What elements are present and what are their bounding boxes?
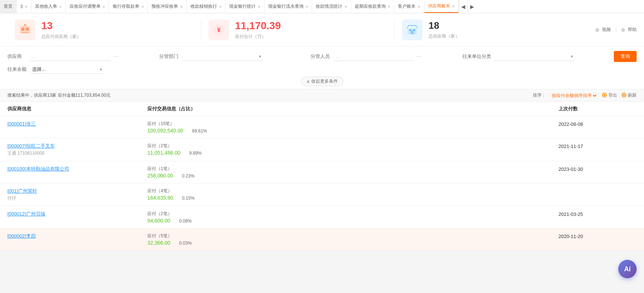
tx-amount-4[interactable]: 94,600.00 — [147, 218, 170, 224]
help-icon: ⊙ — [621, 27, 625, 32]
nav-tab-home[interactable]: 首页 — [0, 0, 17, 13]
supplier-icon — [15, 20, 35, 40]
export-button[interactable]: 导出 — [602, 92, 617, 99]
table-cell-lastpay-5: 2020-11-20 — [559, 233, 632, 239]
sort-select[interactable]: 按应付余额倒序排序 按应付余额正序排序 — [550, 93, 598, 99]
result-bar-right: 排序： 按应付余额倒序排序 按应付余额正序排序 导出 刷新 — [533, 92, 637, 99]
supplier-link-5[interactable]: [000002]李四 — [7, 233, 147, 239]
person-filter-input[interactable] — [333, 52, 414, 61]
summary-card-total-suppliers: 18 总供应商（家） — [395, 20, 588, 40]
query-button[interactable]: 查询 — [614, 51, 637, 62]
tx-percent-5: 0.03% — [179, 241, 192, 246]
nav-tab-other-income[interactable]: 其他收入单 × — [31, 0, 66, 13]
summary-bar: 13 总应付供应商（家） ¥ 11,170.39 应付合计（万） 1 — [0, 13, 644, 46]
table-cell-supplier-3: [001]广州荣轩仔仔 — [7, 188, 147, 201]
tx-amount-1[interactable]: 11,051,486.00 — [147, 150, 181, 156]
tx-percent-3: 0.15% — [182, 196, 195, 201]
supplier-filter-more[interactable]: ··· — [113, 53, 118, 60]
video-link[interactable]: 视频 — [602, 27, 611, 33]
nav-tab-payable-adjust[interactable]: 应收应付调整单 × — [66, 0, 109, 13]
supplier-link-1[interactable]: [000007]恒旺二手叉车 — [7, 143, 147, 149]
nav-tab-3-label: 3 — [20, 4, 23, 9]
export-radio-icon — [602, 93, 607, 99]
tx-amount-0[interactable]: 100,092,540.00 — [147, 128, 183, 134]
supplier-filter-label: 供应商 — [7, 53, 28, 60]
table-cell-transaction-3: 应付（4笔）164,635.900.15% — [147, 188, 559, 201]
tx-row-0: 100,092,540.0089.61% — [147, 128, 559, 134]
tx-amount-2[interactable]: 258,000.00 — [147, 173, 173, 179]
supplier-link-4[interactable]: [000012]广州贝瑞 — [7, 211, 147, 217]
nav-tab-supplier-account-close[interactable]: × — [452, 4, 455, 8]
tx-amount-5[interactable]: 32,366.00 — [147, 240, 170, 246]
table-row: [000100]本特勒油品有限公司应付（1笔）258,000.000.23%20… — [0, 161, 644, 183]
nav-arrow-right[interactable]: ▶ — [468, 0, 476, 13]
supplier-link-2[interactable]: [000100]本特勒油品有限公司 — [7, 166, 147, 172]
money-icon: ¥ — [209, 20, 229, 40]
nav-tab-receipt-stat[interactable]: 收款情况统计 × — [312, 0, 351, 13]
svg-rect-1 — [21, 28, 24, 31]
category-filter-select[interactable] — [493, 52, 574, 61]
nav-tab-advance-receipt-label: 预收冲应收单 — [151, 3, 178, 10]
nav-tab-cash-bank-stat[interactable]: 现金银行统计 × — [225, 0, 264, 13]
person-filter-more[interactable]: ··· — [416, 53, 421, 60]
nav-tab-cash-bank-stat-close[interactable]: × — [258, 4, 260, 9]
supplier-link-0[interactable]: [000001]张三 — [7, 121, 147, 127]
refresh-button-label: 刷新 — [628, 92, 637, 99]
collapse-button[interactable]: ∧ 收起更多条件 — [301, 77, 343, 86]
category-filter-label: 往来单位分类 — [462, 53, 491, 60]
svg-text:¥: ¥ — [217, 27, 220, 33]
nav-tab-3[interactable]: 3 × — [17, 0, 31, 13]
tx-amount-3[interactable]: 164,635.90 — [147, 195, 173, 201]
nav-tab-bank-deposit[interactable]: 银行存取款单 × — [109, 0, 148, 13]
nav-tab-receipt-verify[interactable]: 收款核销执行 × — [187, 0, 225, 13]
balance-filter-label: 往来余额 — [7, 66, 28, 73]
dept-filter-select[interactable] — [182, 52, 263, 61]
refresh-button[interactable]: 刷新 — [622, 92, 637, 99]
nav-tab-customer-account-label: 客户账本 — [398, 3, 416, 10]
help-link[interactable]: 帮助 — [628, 27, 637, 33]
table-body: [000001]张三应付（15笔）100,092,540.0089.61%202… — [0, 116, 644, 251]
summary-info-payable-suppliers: 13 总应付供应商（家） — [41, 20, 81, 40]
table-cell-transaction-4: 应付（2笔）94,600.000.08% — [147, 211, 559, 224]
nav-tab-supplier-account-label: 供应商账本 — [428, 3, 450, 9]
nav-tab-cash-bank-flow[interactable]: 现金银行流水查询 × — [265, 0, 312, 13]
tx-percent-1: 9.89% — [189, 151, 202, 156]
nav-tab-cash-bank-stat-label: 现金银行统计 — [229, 3, 256, 10]
nav-tab-payable-adjust-close[interactable]: × — [103, 4, 105, 9]
table-cell-supplier-4: [000012]广州贝瑞 — [7, 211, 147, 217]
nav-tab-3-close[interactable]: × — [25, 4, 27, 9]
table-row: [000007]恒旺二手叉车王通 17106110000应付（2笔）11,051… — [0, 138, 644, 161]
nav-tab-receipt-stat-label: 收款情况统计 — [316, 3, 342, 10]
nav-tab-customer-account-close[interactable]: × — [418, 4, 420, 9]
filter-supplier: 供应商 ··· — [7, 52, 153, 61]
payable-suppliers-number: 13 — [41, 20, 81, 32]
table-cell-lastpay-0: 2022-08-08 — [559, 121, 632, 127]
nav-tab-other-income-close[interactable]: × — [59, 4, 62, 9]
svg-rect-8 — [409, 29, 411, 31]
nav-tab-cash-bank-flow-close[interactable]: × — [306, 4, 308, 9]
balance-filter-select[interactable]: 选择... — [30, 65, 104, 73]
nav-tab-bank-deposit-close[interactable]: × — [141, 4, 144, 9]
nav-tab-customer-account[interactable]: 客户账本 × — [394, 0, 424, 13]
refresh-radio-icon — [622, 93, 626, 99]
payable-suppliers-label: 总应付供应商（家） — [41, 34, 81, 40]
nav-tab-overdue-receipt[interactable]: 超期应收款查询 × — [351, 0, 394, 13]
tx-row-5: 32,366.000.03% — [147, 240, 559, 246]
col-header-supplier: 供应商信息 — [7, 106, 147, 112]
nav-tab-advance-receipt[interactable]: 预收冲应收单 × — [148, 0, 186, 13]
tx-row-2: 258,000.000.23% — [147, 173, 559, 179]
summary-info-payable-total: 11,170.39 应付合计（万） — [235, 20, 281, 40]
nav-arrow-left[interactable]: ◀ — [459, 0, 468, 13]
nav-tab-overdue-receipt-close[interactable]: × — [388, 4, 390, 9]
supplier-link-3[interactable]: [001]广州荣轩 — [7, 188, 147, 194]
nav-tab-receipt-stat-close[interactable]: × — [344, 4, 347, 9]
person-filter-label: 分管人员 — [311, 53, 331, 60]
table-row: [001]广州荣轩仔仔应付（4笔）164,635.900.15% — [0, 183, 644, 206]
table-cell-lastpay-3 — [559, 188, 632, 189]
nav-tab-receipt-verify-close[interactable]: × — [219, 4, 221, 9]
tx-label-5: 应付（5笔） — [147, 233, 559, 239]
nav-tab-supplier-account[interactable]: 供应商账本 × — [424, 0, 459, 13]
result-bar: 搜索结果中，供应商13家 应付金额111,703,854.00元 排序： 按应付… — [0, 89, 644, 102]
nav-tab-advance-receipt-close[interactable]: × — [180, 4, 182, 9]
supplier-filter-input[interactable] — [30, 52, 111, 61]
